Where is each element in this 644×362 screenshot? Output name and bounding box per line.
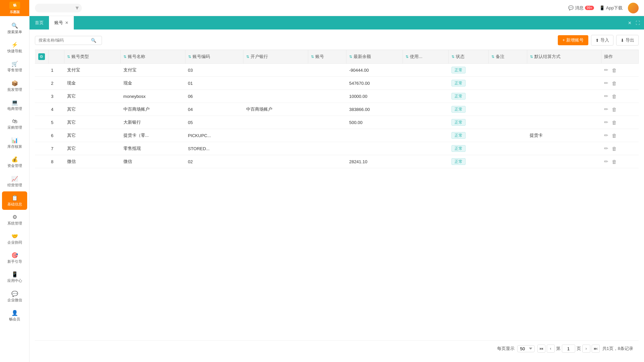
edit-icon[interactable]: ✏ xyxy=(604,93,608,99)
col-type-label: 账号类型 xyxy=(71,54,89,60)
col-account[interactable]: ⇅账号 xyxy=(308,50,346,64)
sidebar-item-finance-mgmt[interactable]: 💰 资金管理 xyxy=(2,153,27,171)
delete-icon[interactable]: 🗑 xyxy=(612,67,617,73)
sidebar-item-quick-nav[interactable]: ⚡ 快捷导航 xyxy=(2,38,27,57)
tab-close-icon[interactable]: ✕ xyxy=(65,20,68,25)
row-remark-cell xyxy=(489,90,527,103)
sidebar-item-purchase-mgmt[interactable]: 🛍 采购管理 xyxy=(2,115,27,133)
table-row: 2 现金 现金 01 547670.00 正常 ✏ 🗑 xyxy=(35,77,639,90)
edit-icon[interactable]: ✏ xyxy=(604,119,608,125)
settings-icon[interactable]: ⚙ xyxy=(38,53,45,60)
row-type-cell: 现金 xyxy=(64,77,121,90)
sidebar-item-search-menu[interactable]: 🔍 搜索菜单 xyxy=(2,19,27,38)
page-label: 第 xyxy=(556,346,560,352)
status-badge: 正常 xyxy=(451,80,466,86)
search-menu-icon: 🔍 xyxy=(11,22,18,29)
col-type[interactable]: ⇅账号类型 xyxy=(64,50,121,64)
import-button[interactable]: ⬆ 导入 xyxy=(591,35,613,46)
table-row: 7 其它 零售抵现 STORED... 正常 ✏ 🗑 xyxy=(35,142,639,155)
app-download-button[interactable]: 📱 App下载 xyxy=(599,5,623,11)
system-mgmt-icon: ⚙ xyxy=(12,214,17,220)
dropdown-arrow-icon[interactable]: ▼ xyxy=(74,5,80,11)
row-type-cell: 微信 xyxy=(64,155,121,168)
search-box[interactable]: 🔍 xyxy=(35,36,102,45)
status-badge: 正常 xyxy=(451,119,466,126)
col-remark-label: 备注 xyxy=(496,54,504,60)
top-search-box[interactable]: ▼ xyxy=(35,4,82,12)
per-page-select[interactable]: 50 100 xyxy=(517,345,535,352)
edit-icon[interactable]: ✏ xyxy=(604,106,608,112)
add-account-button[interactable]: + 新增账号 xyxy=(558,35,588,45)
row-usage-cell xyxy=(403,142,449,155)
top-search-input[interactable] xyxy=(39,6,72,10)
tab-account[interactable]: 账号 ✕ xyxy=(49,16,74,29)
row-type-cell: 支付宝 xyxy=(64,64,121,77)
row-action-cell: ✏ 🗑 xyxy=(601,129,639,142)
tab-home[interactable]: 首页 xyxy=(30,16,49,29)
col-code[interactable]: ⇅账号编码 xyxy=(185,50,243,64)
row-remark-cell xyxy=(489,77,527,90)
sidebar-item-enterprise-wechat[interactable]: 💬 企业微信 xyxy=(2,287,27,306)
search-input[interactable] xyxy=(39,38,89,43)
page-input[interactable] xyxy=(562,345,575,353)
sidebar-item-ecommerce-mgmt[interactable]: 💻 电商管理 xyxy=(2,96,27,114)
row-status-cell: 正常 xyxy=(449,129,489,142)
col-name[interactable]: ⇅账号名称 xyxy=(121,50,185,64)
row-remark-cell xyxy=(489,129,527,142)
sidebar-item-inventory[interactable]: 📊 库存核算 xyxy=(2,134,27,152)
col-bank[interactable]: ⇅开户银行 xyxy=(244,50,308,64)
delete-icon[interactable]: 🗑 xyxy=(612,94,617,99)
member-icon: 👤 xyxy=(11,310,18,316)
home-tab-label: 首页 xyxy=(35,20,44,26)
basic-info-icon: 📋 xyxy=(11,195,18,201)
edit-icon[interactable]: ✏ xyxy=(604,145,608,152)
export-button[interactable]: ⬇ 导出 xyxy=(616,35,639,46)
edit-icon[interactable]: ✏ xyxy=(604,132,608,138)
search-icon[interactable]: 🔍 xyxy=(91,38,96,43)
user-avatar[interactable] xyxy=(628,3,639,13)
delete-icon[interactable]: 🗑 xyxy=(612,120,617,125)
export-label: 导出 xyxy=(626,37,634,43)
sidebar-item-retail-mgmt[interactable]: 🛒 零售管理 xyxy=(2,57,27,76)
sidebar-item-new-guide[interactable]: 🎯 新手引导 xyxy=(2,249,27,267)
edit-icon[interactable]: ✏ xyxy=(604,159,608,165)
delete-icon[interactable]: 🗑 xyxy=(612,80,617,86)
sidebar-item-member[interactable]: 👤 畅会员 xyxy=(2,306,27,325)
sidebar-item-wholesale-mgmt[interactable]: 📦 批发管理 xyxy=(2,77,27,95)
delete-icon[interactable]: 🗑 xyxy=(612,159,617,165)
row-account-cell xyxy=(308,64,346,77)
delete-icon[interactable]: 🗑 xyxy=(612,107,617,112)
sidebar-item-system-mgmt[interactable]: ⚙ 系统管理 xyxy=(2,210,27,229)
col-usage[interactable]: ⇅使用... xyxy=(403,50,449,64)
row-action-cell: ✏ 🗑 xyxy=(601,64,639,77)
page-prev-button[interactable]: ‹ xyxy=(547,345,555,353)
edit-icon[interactable]: ✏ xyxy=(604,67,608,73)
page-first-button[interactable]: ⏮ xyxy=(537,345,545,353)
sidebar-item-operations-mgmt[interactable]: 📈 经营管理 xyxy=(2,172,27,191)
col-remark[interactable]: ⇅备注 xyxy=(489,50,527,64)
col-settings[interactable]: ⚙ xyxy=(35,50,48,64)
col-default-payment[interactable]: ⇅默认结算方式 xyxy=(527,50,601,64)
operations-mgmt-label: 经营管理 xyxy=(7,183,22,187)
row-status-cell: 正常 xyxy=(449,103,489,116)
tab-close-all-icon[interactable]: ✕ xyxy=(628,20,632,25)
col-balance[interactable]: ⇅最新余额 xyxy=(346,50,403,64)
status-badge: 正常 xyxy=(451,132,466,139)
page-unit-label: 页 xyxy=(577,346,581,352)
row-default-payment-cell xyxy=(527,64,601,77)
sidebar-item-enterprise-agreement[interactable]: 🤝 企业协同 xyxy=(2,230,27,248)
delete-icon[interactable]: 🗑 xyxy=(612,146,617,152)
sidebar-item-basic-info[interactable]: 📋 基础信息 xyxy=(2,191,27,210)
page-next-button[interactable]: › xyxy=(582,345,590,353)
edit-icon[interactable]: ✏ xyxy=(604,80,608,86)
delete-icon[interactable]: 🗑 xyxy=(612,133,617,138)
sidebar-item-app-center[interactable]: 📱 应用中心 xyxy=(2,268,27,286)
col-status[interactable]: ⇅状态 xyxy=(449,50,489,64)
tab-expand-icon[interactable]: ⛶ xyxy=(636,20,640,25)
message-button[interactable]: 💬 消息 99+ xyxy=(568,5,594,11)
row-status-cell: 正常 xyxy=(449,77,489,90)
enterprise-wechat-icon: 💬 xyxy=(11,291,18,297)
page-last-button[interactable]: ⏭ xyxy=(592,345,600,353)
row-settings-cell xyxy=(35,64,48,77)
row-default-payment-cell xyxy=(527,142,601,155)
